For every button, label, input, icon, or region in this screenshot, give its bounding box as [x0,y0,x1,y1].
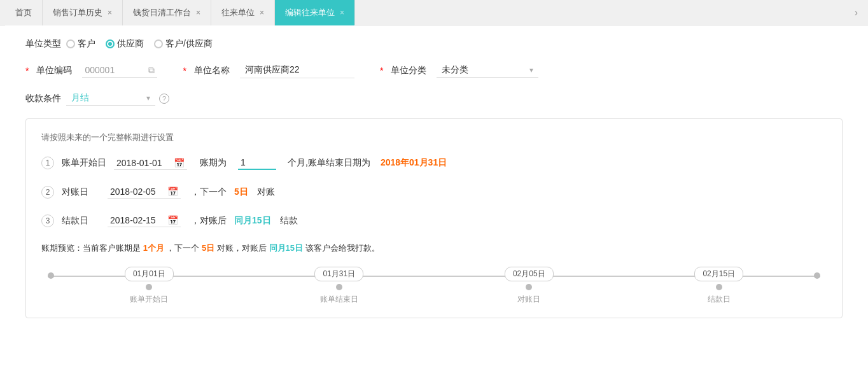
row-2-prefix: ，下一个 [191,186,227,198]
preview-mid1: ，下一个 [166,243,199,253]
setting-row-2: 2 对账日 📅 ，下一个 5日 对账 [41,185,827,199]
tab-sales-history-close[interactable]: × [108,9,112,17]
main-content: 单位类型 客户 供应商 客户/供应商 * 单位编码 ⧉ [0,25,868,387]
tl-node-4-label: 结款日 [708,294,731,305]
row-1-date-input[interactable] [116,158,174,168]
tl-node-2: 01月31日 账单结束日 [244,267,435,305]
row-3-prefix: ，对账后 [191,215,227,227]
setting-row-1: 1 账单开始日 📅 账期为 个月,账单结束日期为 2018年01月31日 [41,156,827,170]
tab-cash-work-label: 钱货日清工作台 [133,7,191,18]
row-3-date-input[interactable] [110,215,167,225]
row-1-date-field: 📅 [114,157,187,170]
preview-section: 账期预览：当前客户账期是 1个月 ，下一个 5日 对账，对账后 同月15日 该客… [41,243,827,305]
row-1-end-date: 2018年01月31日 [381,157,447,169]
tab-sales-history[interactable]: 销售订单历史 × [43,0,123,25]
payment-terms-dropdown[interactable]: 月结 ▾ [66,91,155,106]
tl-node-2-label: 账单结束日 [320,294,358,305]
row-2-label: 对账日 [62,186,100,198]
unit-type-radio-group: 客户 供应商 客户/供应商 [66,38,213,50]
preview-date1: 5日 [202,243,214,253]
radio-customer-label: 客户 [78,38,95,50]
tl-node-4-badge: 02月15日 [694,267,743,281]
unit-type-row: 单位类型 客户 供应商 客户/供应商 [25,38,843,50]
timeline-left-edge [48,272,54,279]
tab-edit-counterpart-label: 编辑往来单位 [285,7,335,18]
preview-date2: 同月15日 [269,243,303,253]
radio-supplier-circle [106,39,115,48]
row-1-suffix-after: 个月,账单结束日期为 [288,157,370,169]
unit-category-arrow-icon: ▾ [529,66,533,74]
row-2-suffix: 对账 [257,186,275,198]
unit-type-label: 单位类型 [25,38,61,50]
row-num-3: 3 [41,215,54,227]
payment-terms-help-icon[interactable]: ? [159,94,169,104]
tab-edit-counterpart[interactable]: 编辑往来单位 × [275,0,355,25]
row-1-calendar-icon[interactable]: 📅 [174,158,185,168]
unit-name-input[interactable] [240,62,354,78]
timeline-left-dot [48,272,54,279]
unit-category-dropdown[interactable]: 未分类 ▾ [437,63,538,78]
unit-code-input[interactable] [85,65,148,75]
row-2-date-field: 📅 [108,185,181,199]
payment-terms-arrow-icon: ▾ [146,94,150,102]
tab-cash-work-close[interactable]: × [196,9,200,17]
timeline: 01月01日 账单开始日 01月31日 账单结束日 02月05日 [41,267,827,305]
timeline-right-edge [814,272,820,279]
tab-cash-work[interactable]: 钱货日清工作台 × [123,0,211,25]
timeline-nodes: 01月01日 账单开始日 01月31日 账单结束日 02月05日 [48,267,820,305]
radio-supplier-label: 供应商 [117,38,144,50]
unit-code-label: 单位编码 [36,65,72,76]
row-3-highlight: 同月15日 [234,215,271,227]
tab-counterpart[interactable]: 往来单位 × [211,0,275,25]
tl-node-1: 01月01日 账单开始日 [54,267,244,305]
radio-both-label: 客户/供应商 [165,38,213,50]
radio-customer[interactable]: 客户 [66,38,95,50]
tab-home[interactable]: 首页 [5,0,43,25]
row-3-calendar-icon[interactable]: 📅 [167,215,178,225]
payment-terms-label: 收款条件 [25,93,61,104]
tl-node-3-badge: 02月05日 [505,267,554,281]
unit-code-field: ⧉ [82,64,157,78]
payment-terms-value: 月结 [71,92,144,104]
row-3-suffix: 结款 [280,215,298,227]
preview-text: 账期预览：当前客户账期是 1个月 ，下一个 5日 对账，对账后 同月15日 该客… [41,243,827,254]
unit-cat-star: * [380,66,383,76]
unit-name-label: 单位名称 [194,65,230,76]
tl-node-1-label: 账单开始日 [130,294,168,305]
radio-customer-circle [66,39,75,48]
unit-category-label: 单位分类 [391,65,426,76]
tab-edit-counterpart-close[interactable]: × [340,9,344,17]
tl-node-4-dot [716,284,722,290]
row-2-calendar-icon[interactable]: 📅 [167,186,178,197]
preview-suffix: 该客户会给我打款。 [305,243,380,253]
tl-node-1-dot [146,284,152,290]
unit-name-star: * [183,66,186,76]
timeline-right-dot [814,272,820,279]
row-num-1: 1 [41,157,54,169]
tab-more-arrow[interactable]: › [850,7,863,18]
unit-code-copy-icon[interactable]: ⧉ [148,65,155,76]
payment-terms-row: 收款条件 月结 ▾ ? [25,91,843,106]
row-num-2: 2 [41,186,54,199]
tl-node-2-dot [336,284,342,290]
row-3-date-field: 📅 [108,214,181,227]
row-1-label: 账单开始日 [62,157,106,169]
row-2-highlight: 5日 [234,186,248,198]
radio-both[interactable]: 客户/供应商 [154,38,213,50]
unit-category-value: 未分类 [442,64,527,76]
row-1-suffix-before: 账期为 [200,157,227,169]
settings-section: 请按照未来的一个完整帐期进行设置 1 账单开始日 📅 账期为 个月,账单结束日期… [25,118,843,318]
tab-counterpart-close[interactable]: × [260,9,264,17]
tabs-bar: 首页 销售订单历史 × 钱货日清工作台 × 往来单位 × 编辑往来单位 × › [0,0,868,25]
tab-home-label: 首页 [15,7,32,18]
tl-node-4: 02月15日 结款日 [624,267,815,305]
preview-mid2: 对账，对账后 [217,243,267,253]
tl-node-1-badge: 01月01日 [125,267,174,281]
row-1-period-input[interactable] [238,156,276,170]
radio-supplier[interactable]: 供应商 [106,38,144,50]
preview-prefix: 账期预览：当前客户账期是 [41,243,141,253]
row-2-date-input[interactable] [110,186,167,197]
tab-sales-history-label: 销售订单历史 [53,7,102,18]
section-title: 请按照未来的一个完整帐期进行设置 [41,132,827,143]
unit-fields-row: * 单位编码 ⧉ * 单位名称 * 单位分类 未分类 ▾ [25,62,843,78]
